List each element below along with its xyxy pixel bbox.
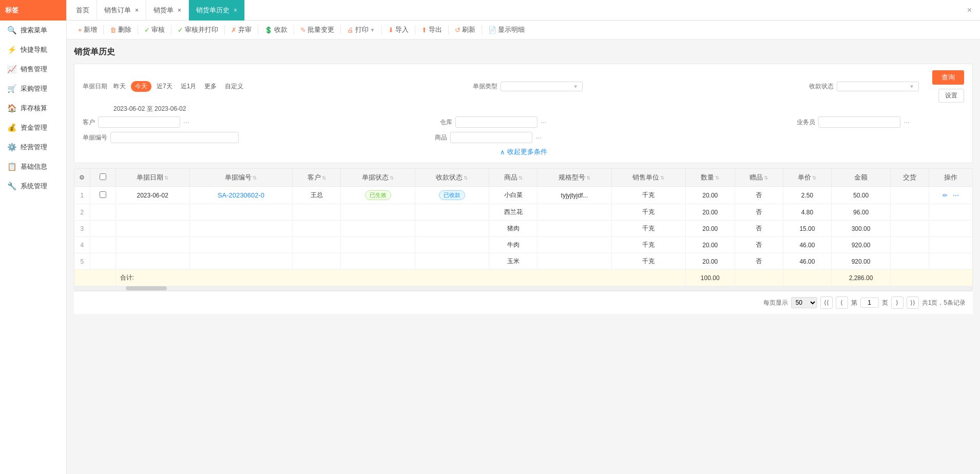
tab-sales-order[interactable]: 销售订单 × [97,0,146,21]
table-check-header[interactable] [90,169,116,187]
row-goods-1: 小白菜 [489,187,537,204]
date-btn-7days[interactable]: 近7天 [153,81,176,92]
col-quantity[interactable]: 数量⇅ [685,169,735,187]
export-button[interactable]: ⬆ 导出 [417,24,446,36]
delete-button[interactable]: 🗑 删除 [106,24,136,36]
purchase-icon: 🛒 [7,84,16,93]
warehouse-input[interactable] [455,116,537,128]
sidebar-item-quicknav[interactable]: ⚡ 快捷导航 [0,40,66,60]
sidebar-item-purchase[interactable]: 🛒 采购管理 [0,79,66,98]
edit-btn-1[interactable]: ✏ [943,192,948,199]
close-tab-sales-history[interactable]: × [234,7,237,14]
col-goods[interactable]: 商品⇅ [489,169,537,187]
date-btn-today[interactable]: 今天 [131,81,151,92]
col-doc-date[interactable]: 单据日期⇅ [116,169,189,187]
page-size-select[interactable]: 50 100 200 [791,297,817,308]
import-button[interactable]: ⬇ 导入 [384,24,413,36]
table-settings-header[interactable]: ⚙ [74,169,90,187]
close-all-tabs[interactable]: × [961,6,978,15]
col-spec[interactable]: 规格型号⇅ [537,169,611,187]
tab-home[interactable]: 首页 [69,0,97,21]
new-button[interactable]: + 新增 [74,24,101,36]
col-collect-status[interactable]: 收款状态⇅ [415,169,489,187]
goods-input[interactable] [450,132,532,143]
goods-ellipsis[interactable]: ··· [535,133,542,142]
docnum-input[interactable] [110,132,239,143]
row-amount-1: 50.00 [832,187,891,204]
col-doc-status[interactable]: 单据状态⇅ [341,169,415,187]
batch-change-button[interactable]: ✎ 批量变更 [296,24,338,36]
abandon-button[interactable]: ✗ 弃审 [227,24,256,36]
row-spec-3 [537,221,611,237]
more-btn-1[interactable]: ⋯ [953,192,959,199]
prev-page-btn[interactable]: ⟨ [836,297,848,309]
sidebar-item-basic[interactable]: 📋 基础信息 [0,157,66,176]
row-check-3[interactable] [90,221,116,237]
close-tab-sales-goods[interactable]: × [178,7,181,14]
next-page-btn[interactable]: ⟩ [891,297,904,309]
date-btn-custom[interactable]: 自定义 [222,81,246,92]
first-page-btn[interactable]: ⟨⟨ [820,297,833,309]
row-goods-3: 猪肉 [489,221,537,237]
row-check-5[interactable] [90,253,116,270]
date-range-display: 2023-06-02 至 2023-06-02 [113,105,186,112]
salesperson-input[interactable] [818,116,900,128]
customer-ellipsis[interactable]: ··· [183,118,189,126]
col-sales-unit[interactable]: 销售单位⇅ [611,169,685,187]
refresh-button[interactable]: ↺ 刷新 [451,24,479,36]
total-empty [735,270,783,286]
filter-warehouse-field: 仓库 ··· [440,116,547,128]
content-area: 销货单历史 单据日期 昨天 今天 近7天 近1月 更多 自定义 [67,40,980,474]
query-button[interactable]: 查询 [932,70,964,85]
doc-type-select[interactable]: ▼ [501,82,583,91]
date-btn-more[interactable]: 更多 [201,81,220,92]
select-all-checkbox[interactable] [100,173,106,180]
date-btn-1month[interactable]: 近1月 [178,81,200,92]
row-docnum-1[interactable]: SA-20230602-0 [189,187,292,204]
total-row: 合计: 100.00 2,286.00 [74,270,972,286]
close-tab-sales-order[interactable]: × [135,7,139,14]
row-collectstatus-3 [415,221,489,237]
sidebar-item-sysmgmt[interactable]: 🔧 系统管理 [0,176,66,196]
row-check-2[interactable] [90,204,116,221]
sidebar-item-inventory[interactable]: 🏠 库存核算 [0,98,66,118]
audit-print-button[interactable]: ✓ 审核并打印 [174,24,222,36]
sidebar-item-ops[interactable]: ⚙️ 经营管理 [0,137,66,157]
print-button[interactable]: 🖨 打印 ▼ [343,24,379,36]
collect-button[interactable]: 💲 收款 [260,24,292,36]
sort-icon-gift: ⇅ [764,175,768,181]
audit-button[interactable]: ✓ 审核 [140,24,169,36]
col-gift[interactable]: 赠品⇅ [735,169,783,187]
print-dropdown-icon: ▼ [370,27,375,33]
tab-sales-history[interactable]: 销货单历史 × [189,0,245,21]
warehouse-ellipsis[interactable]: ··· [541,118,547,126]
sidebar-item-fund[interactable]: 💰 资金管理 [0,118,66,137]
collapse-button[interactable]: ∧ 收起更多条件 [83,147,964,156]
sidebar-item-search[interactable]: 🔍 搜索菜单 [0,21,66,40]
row-check-4[interactable] [90,237,116,253]
date-btn-yesterday[interactable]: 昨天 [110,81,129,92]
collect-status-select[interactable]: ▼ [837,82,919,91]
row-goods-2: 西兰花 [489,204,537,221]
salesperson-ellipsis[interactable]: ··· [904,118,910,126]
col-unit-price[interactable]: 单价⇅ [783,169,831,187]
set-button[interactable]: 设置 [938,89,964,103]
horizontal-scrollbar[interactable] [74,286,972,290]
row-check-1[interactable] [90,187,116,204]
audit-icon: ✓ [144,26,150,34]
row-goods-4: 牛肉 [489,237,537,253]
show-detail-button[interactable]: 📄 显示明细 [484,24,529,36]
last-page-btn[interactable]: ⟩⟩ [907,297,919,309]
customer-input[interactable] [98,116,180,128]
scrollbar-thumb[interactable] [126,286,167,290]
col-doc-num[interactable]: 单据编号⇅ [189,169,292,187]
quicknav-icon: ⚡ [7,45,16,54]
page-number-input[interactable] [860,298,879,308]
tab-sales-goods[interactable]: 销货单 × [146,0,189,21]
row-spec-5 [537,253,611,270]
print-icon: 🖨 [347,26,354,34]
sidebar-item-sales[interactable]: 📈 销售管理 [0,60,66,79]
col-customer[interactable]: 客户⇅ [293,169,341,187]
row-operation-2 [929,204,972,221]
pagination: 每页显示 50 100 200 ⟨⟨ ⟨ 第 页 ⟩ ⟩⟩ 共1页，5条记录 [74,291,973,314]
